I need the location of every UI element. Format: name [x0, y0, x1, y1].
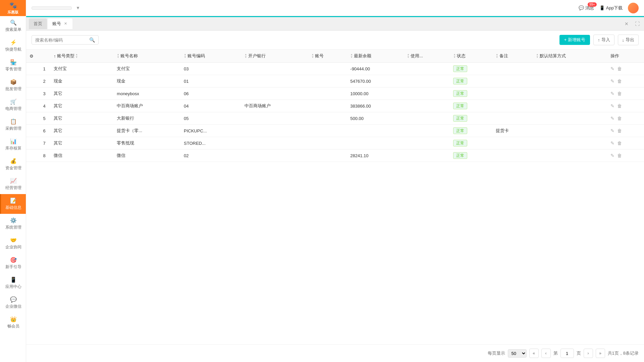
- dropdown-arrow-icon[interactable]: ▼: [76, 5, 80, 10]
- top-header: ▼ 💬 消息 99+ 📱 App下载: [26, 0, 644, 16]
- sidebar-item-new-guide[interactable]: 🎯新手引导: [0, 253, 26, 273]
- import-button[interactable]: ↑ 导入: [593, 35, 614, 45]
- app-download-button[interactable]: 📱 App下载: [599, 5, 623, 11]
- th-usage[interactable]: ▲▼ 使用...: [404, 50, 450, 63]
- top-search-box: [32, 6, 72, 10]
- table-row: 1 支付宝 支付宝 03 -90444.00 正常 ✎ 🗑: [26, 63, 644, 75]
- message-button[interactable]: 💬 消息 99+: [579, 5, 594, 11]
- sidebar-item-operations-mgmt[interactable]: 📈经营管理: [0, 174, 26, 194]
- row-status: 正常: [450, 100, 492, 112]
- th-type[interactable]: ↑ 账号类型 ▲▼: [50, 50, 113, 63]
- th-code[interactable]: ▲▼ 账号编码: [180, 50, 241, 63]
- row-usage: [404, 100, 450, 112]
- user-avatar[interactable]: [628, 3, 639, 13]
- row-account: [308, 63, 347, 75]
- row-actions: ✎ 🗑: [607, 149, 644, 162]
- th-settings[interactable]: ⚙: [26, 50, 38, 63]
- row-actions: ✎ 🗑: [607, 75, 644, 87]
- sidebar-item-quick-nav[interactable]: ⚡快捷导航: [0, 36, 26, 56]
- th-remark[interactable]: ▲▼ 备注: [492, 50, 533, 63]
- table-row: 5 其它 大新银行 05 500.00 正常 ✎ 🗑: [26, 112, 644, 125]
- sidebar-item-system-mgmt[interactable]: ⚙️系统管理: [0, 214, 26, 234]
- sort-icon: ▲▼: [245, 53, 247, 59]
- sidebar-item-corp-agreement[interactable]: 🤝企业协同: [0, 234, 26, 253]
- table-header: ⚙ ↑ 账号类型 ▲▼ ▲▼: [26, 50, 644, 63]
- delete-button[interactable]: 🗑: [617, 91, 622, 96]
- sidebar-item-vip-member[interactable]: 👑畅会员: [0, 313, 26, 333]
- edit-button[interactable]: ✎: [610, 66, 614, 71]
- th-balance[interactable]: ▲▼ 最新余额: [347, 50, 404, 63]
- sidebar-item-finance-mgmt[interactable]: 💰资金管理: [0, 155, 26, 174]
- first-page-button[interactable]: «: [529, 349, 539, 358]
- edit-button[interactable]: ✎: [610, 91, 614, 96]
- row-remark: [492, 100, 533, 112]
- row-name: moneybosx: [113, 87, 180, 100]
- delete-button[interactable]: 🗑: [617, 66, 622, 71]
- delete-button[interactable]: 🗑: [617, 140, 622, 146]
- sidebar-label-search-menu: 搜索菜单: [5, 27, 21, 33]
- prev-page-button[interactable]: ‹: [541, 349, 551, 358]
- import-icon: ↑: [598, 38, 600, 43]
- delete-button[interactable]: 🗑: [617, 78, 622, 84]
- edit-button[interactable]: ✎: [610, 116, 614, 121]
- tab-home[interactable]: 首页: [29, 18, 47, 29]
- message-badge: 99+: [588, 2, 597, 7]
- tab-close-all-button[interactable]: ✕: [623, 20, 631, 28]
- export-button[interactable]: ↓ 导出: [618, 35, 639, 45]
- search-input[interactable]: [35, 38, 89, 43]
- th-name[interactable]: ▲▼ 账号名称: [113, 50, 180, 63]
- edit-button[interactable]: ✎: [610, 78, 614, 84]
- sidebar-item-basic-info[interactable]: 📝基础信息: [0, 194, 26, 214]
- row-bank: [241, 125, 308, 137]
- row-num: 6: [38, 125, 50, 137]
- row-code: 03: [180, 63, 241, 75]
- sidebar-label-app-center: 应用中心: [5, 284, 21, 290]
- delete-button[interactable]: 🗑: [617, 128, 622, 133]
- th-settlement[interactable]: ▲▼ 默认结算方式: [533, 50, 607, 63]
- delete-button[interactable]: 🗑: [617, 153, 622, 158]
- th-bank[interactable]: ▲▼ 开户银行: [241, 50, 308, 63]
- th-actions: 操作: [607, 50, 644, 63]
- status-badge: 正常: [453, 152, 467, 159]
- edit-button[interactable]: ✎: [610, 153, 614, 158]
- delete-button[interactable]: 🗑: [617, 103, 622, 109]
- page-size-select[interactable]: 50 100 200: [508, 349, 527, 358]
- sidebar-item-search-menu[interactable]: 🔍搜索菜单: [0, 16, 26, 36]
- sidebar-item-retail-mgmt[interactable]: 🏪零售管理: [0, 56, 26, 75]
- tab-expand-button[interactable]: ⛶: [633, 20, 641, 28]
- sidebar-icon-corp-agreement: 🤝: [10, 237, 17, 243]
- table-row: 8 微信 微信 02 28241.10 正常 ✎ 🗑: [26, 149, 644, 162]
- last-page-button[interactable]: »: [596, 349, 605, 358]
- tab-account[interactable]: 账号✕: [48, 18, 72, 29]
- edit-button[interactable]: ✎: [610, 103, 614, 109]
- sort-icon: ▲▼: [496, 53, 498, 59]
- status-badge: 正常: [453, 65, 467, 72]
- sidebar-item-enterprise-wechat[interactable]: 💬企业微信: [0, 293, 26, 313]
- add-account-button[interactable]: + 新增账号: [559, 35, 590, 45]
- sidebar-icon-ecommerce-mgmt: 🛒: [10, 99, 17, 105]
- sidebar-item-app-center[interactable]: 📱应用中心: [0, 273, 26, 293]
- sidebar-item-wholesale-mgmt[interactable]: 📦批发管理: [0, 75, 26, 95]
- row-actions: ✎ 🗑: [607, 112, 644, 125]
- row-gear: [26, 149, 38, 162]
- th-account[interactable]: ▲▼ 账号: [308, 50, 347, 63]
- sidebar-item-inventory[interactable]: 📊库存核算: [0, 135, 26, 155]
- row-name: 零售抵现: [113, 137, 180, 149]
- sidebar-item-ecommerce-mgmt[interactable]: 🛒电商管理: [0, 95, 26, 115]
- sort-icon: ▲▼: [184, 53, 186, 59]
- row-code: PICKUPC...: [180, 125, 241, 137]
- row-balance: [347, 137, 404, 149]
- edit-button[interactable]: ✎: [610, 128, 614, 133]
- search-submit-icon[interactable]: 🔍: [89, 37, 95, 43]
- th-status[interactable]: ▲▼ 状态: [450, 50, 492, 63]
- row-gear: [26, 137, 38, 149]
- app-icon: 📱: [599, 5, 605, 10]
- delete-button[interactable]: 🗑: [617, 116, 622, 121]
- sidebar-item-purchase-mgmt[interactable]: 📋采购管理: [0, 115, 26, 135]
- page-number-input[interactable]: [560, 349, 574, 358]
- edit-button[interactable]: ✎: [610, 140, 614, 146]
- next-page-button[interactable]: ›: [584, 349, 593, 358]
- row-balance: -90444.00: [347, 63, 404, 75]
- row-bank: 中百商场账户: [241, 100, 308, 112]
- tab-close-account[interactable]: ✕: [63, 21, 68, 26]
